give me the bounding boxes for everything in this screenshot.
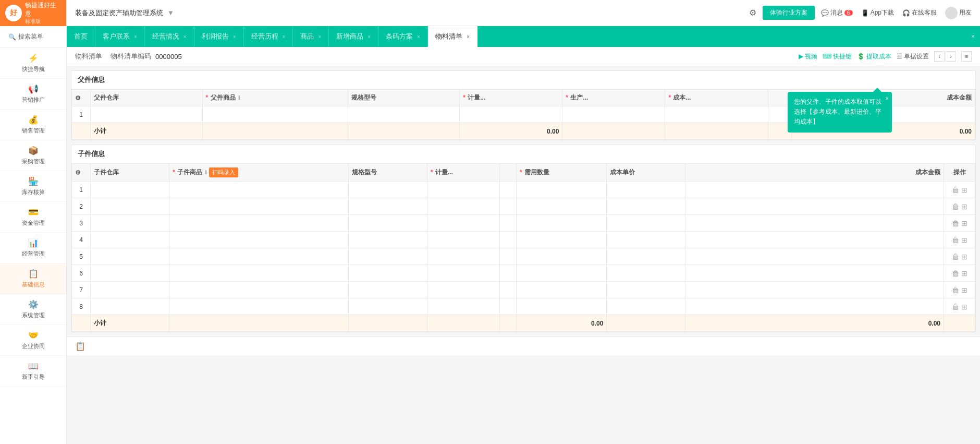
tab-bom[interactable]: 物料清单 × [428,26,477,47]
child-row-6-needed[interactable] [516,265,606,282]
child-row-8-warehouse[interactable] [91,298,169,315]
child-row-8-needed[interactable] [516,298,606,315]
child-row-2-quantity[interactable] [427,198,499,215]
search-section[interactable]: 🔍 搜索菜单 [0,26,66,48]
delete-icon-row-2[interactable]: 🗑 [952,202,959,211]
delete-icon-row-3[interactable]: 🗑 [952,219,959,227]
child-row-1-extra[interactable] [499,182,516,198]
child-row-8-extra[interactable] [499,298,516,315]
child-row-5-needed[interactable] [516,248,606,265]
sidebar-item-sales[interactable]: 💰 销售管理 [0,110,66,140]
video-action-button[interactable]: ▶ 视频 [799,52,817,61]
child-row-2-product[interactable] [169,198,349,215]
parent-row-1-cost[interactable] [665,106,768,123]
parent-row-1-spec[interactable] [348,106,460,123]
child-row-1-product[interactable] [169,182,349,198]
child-row-4-extra[interactable] [499,232,516,248]
child-row-2-warehouse[interactable] [91,198,169,215]
child-row-6-spec[interactable] [348,265,427,282]
delete-icon-row-1[interactable]: 🗑 [952,186,959,194]
child-row-1-warehouse[interactable] [91,182,169,198]
sidebar-item-finance[interactable]: 💳 资金管理 [0,202,66,233]
sidebar-item-marketing[interactable]: 📢 营销推广 [0,79,66,110]
sidebar-item-purchase[interactable]: 📦 采购管理 [0,140,66,171]
tab-customer-close[interactable]: × [134,34,137,40]
system-dropdown-arrow[interactable]: ▼ [167,9,174,17]
child-row-4-spec[interactable] [348,232,427,248]
copy-icon-row-2[interactable]: ⊞ [961,202,967,211]
child-row-7-quantity[interactable] [427,282,499,298]
child-row-6-warehouse[interactable] [91,265,169,282]
child-row-5-product[interactable] [169,248,349,265]
child-row-1-quantity[interactable] [427,182,499,198]
child-row-2-extra[interactable] [499,198,516,215]
child-row-3-needed[interactable] [516,215,606,232]
user-avatar-button[interactable]: 用友 [945,7,972,19]
copy-icon-row-3[interactable]: ⊞ [961,219,967,227]
child-row-3-warehouse[interactable] [91,215,169,232]
tab-new-goods-close[interactable]: × [368,34,371,40]
child-row-8-unit-cost[interactable] [607,298,685,315]
tab-profit-close[interactable]: × [233,34,236,40]
child-row-5-extra[interactable] [499,248,516,265]
child-row-2-spec[interactable] [348,198,427,215]
child-row-7-product[interactable] [169,282,349,298]
child-row-5-unit-cost[interactable] [607,248,685,265]
child-row-6-quantity[interactable] [427,265,499,282]
copy-icon-row-8[interactable]: ⊞ [961,303,967,311]
child-row-3-spec[interactable] [348,215,427,232]
tab-bom-close[interactable]: × [467,34,470,40]
child-row-2-needed[interactable] [516,198,606,215]
next-arrow[interactable]: › [946,51,956,62]
child-row-3-extra[interactable] [499,215,516,232]
child-row-6-unit-cost[interactable] [607,265,685,282]
child-row-7-extra[interactable] [499,282,516,298]
delete-icon-row-7[interactable]: 🗑 [952,286,959,294]
child-row-7-spec[interactable] [348,282,427,298]
delete-icon-row-4[interactable]: 🗑 [952,236,959,244]
tab-customer[interactable]: 客户联系 × [95,26,145,47]
child-row-4-warehouse[interactable] [91,232,169,248]
sidebar-item-inventory[interactable]: 🏪 库存核算 [0,171,66,202]
online-service-button[interactable]: 🎧 在线客服 [902,8,937,17]
parent-row-1-product[interactable] [202,106,348,123]
child-row-3-unit-cost[interactable] [607,215,685,232]
scan-input-button[interactable]: 扫码录入 [209,167,238,177]
copy-icon-row-5[interactable]: ⊞ [961,253,967,261]
extract-cost-button[interactable]: 💲 提取成本 [857,52,891,61]
child-row-7-needed[interactable] [516,282,606,298]
tab-barcode-close[interactable]: × [417,34,420,40]
child-row-8-quantity[interactable] [427,298,499,315]
child-row-8-product[interactable] [169,298,349,315]
trial-button[interactable]: 体验行业方案 [763,6,815,20]
doc-settings-button[interactable]: ☰ 单据设置 [897,52,929,61]
app-download-button[interactable]: 📱 App下载 [861,8,894,17]
tab-goods-close[interactable]: × [318,34,321,40]
tab-history-close[interactable]: × [283,34,286,40]
parent-row-1-warehouse[interactable] [91,106,203,123]
parent-row-1-production[interactable] [562,106,665,123]
tooltip-close-button[interactable]: × [885,94,889,104]
child-row-4-product[interactable] [169,232,349,248]
tab-new-goods[interactable]: 新增商品 × [329,26,378,47]
message-button[interactable]: 💬 消息 6 [821,8,853,17]
sidebar-item-system[interactable]: ⚙️ 系统管理 [0,294,66,325]
shortcut-action-button[interactable]: ⌨ 快捷键 [823,52,852,61]
delete-icon-row-5[interactable]: 🗑 [952,253,959,261]
menu-toggle[interactable]: ≡ [961,51,972,62]
prev-arrow[interactable]: ‹ [934,51,945,62]
child-row-6-extra[interactable] [499,265,516,282]
child-row-1-needed[interactable] [516,182,606,198]
child-row-1-spec[interactable] [348,182,427,198]
tab-barcode[interactable]: 条码方案 × [378,26,428,47]
tab-operations-close[interactable]: × [183,34,187,40]
sidebar-item-operations[interactable]: 📊 经营管理 [0,233,66,263]
sidebar-item-quick-nav[interactable]: ⚡ 快捷导航 [0,48,66,79]
child-row-5-warehouse[interactable] [91,248,169,265]
child-row-4-unit-cost[interactable] [607,232,685,248]
child-row-8-spec[interactable] [348,298,427,315]
tab-profit[interactable]: 利润报告 × [194,26,244,47]
sidebar-item-basic-info[interactable]: 📋 基础信息 [0,263,66,294]
tab-operations-status[interactable]: 经营情况 × [145,26,194,47]
child-row-7-unit-cost[interactable] [607,282,685,298]
